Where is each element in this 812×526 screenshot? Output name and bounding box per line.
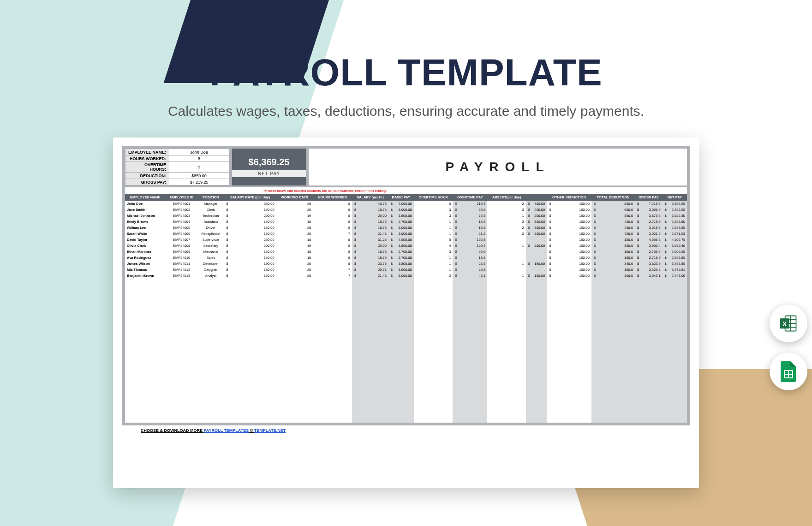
cell-absamt: 700.00 — [526, 201, 547, 207]
cell-otpay: 219.3 — [453, 201, 487, 207]
cell-hworked: 7 — [313, 267, 352, 273]
cell-salhr: 21.43 — [352, 273, 388, 279]
cell-oth: 4 — [414, 243, 453, 249]
cell-absd: 1 — [487, 261, 526, 267]
empty-row — [125, 291, 687, 297]
cell-hworked: 8 — [313, 255, 352, 261]
cell-rate: 150.00 — [224, 273, 276, 279]
cell-tded: 450.0 — [591, 225, 635, 231]
empty-row — [125, 351, 687, 357]
cell-tded: 150.0 — [591, 267, 635, 273]
cell-id: EMP24006 — [166, 231, 198, 237]
cell-wdays: 20 — [276, 225, 313, 231]
sheets-icon[interactable] — [770, 353, 807, 390]
cell-absd: 2 — [487, 225, 526, 231]
cell-gross: 3,823.9 — [635, 261, 663, 267]
cell-gross: 2,718.9 — [635, 255, 663, 261]
empty-row — [125, 315, 687, 321]
cell-salhr: 25.00 — [352, 213, 388, 219]
cell-name: James Wilson — [125, 261, 166, 267]
cell-id: EMP24008 — [166, 243, 198, 249]
empty-row — [125, 411, 687, 417]
cell-hworked: 8 — [313, 237, 352, 243]
netpay-label: NET PAY — [232, 170, 306, 177]
cell-tded: 450.0 — [591, 219, 635, 225]
cell-hworked: 8 — [313, 261, 352, 267]
table-row: Emily BrownEMP24004Assistant150.0018818.… — [125, 219, 687, 225]
cell-net: 2,568.85 — [663, 225, 687, 231]
cell-oded: 150.00 — [547, 261, 591, 267]
cell-oded: 150.00 — [547, 213, 591, 219]
table-row: Michael JohnsonEMP24003Technician200.001… — [125, 213, 687, 219]
cell-otpay: 75.3 — [453, 213, 487, 219]
cell-absamt: 300.00 — [526, 231, 547, 237]
cell-oth: 1 — [414, 261, 453, 267]
cell-rate: 150.00 — [224, 255, 276, 261]
empty-row — [125, 393, 687, 399]
cell-rate: 190.00 — [224, 261, 276, 267]
empty-row — [125, 363, 687, 369]
cell-wdays: 18 — [276, 219, 313, 225]
cell-otpay: 56.6 — [453, 207, 487, 213]
cell-rate: 200.00 — [224, 243, 276, 249]
column-header: SALARY RATE (per day) — [224, 194, 276, 201]
cell-gross: 4,656.8 — [635, 237, 663, 243]
cell-pos: Mechanic — [197, 249, 224, 255]
cell-pos: Receptionist — [197, 231, 224, 237]
cell-hworked: 8 — [313, 201, 352, 207]
excel-icon[interactable]: X — [770, 305, 807, 342]
cell-rate: 180.00 — [224, 267, 276, 273]
table-row: William LeeEMP24005Driver150.0020818.753… — [125, 225, 687, 231]
column-header: SALARY (per hr) — [352, 194, 388, 201]
cell-basic: 3,000.00 — [388, 231, 414, 237]
cell-name: Ethan Martinez — [125, 249, 166, 255]
column-header: OVERTIME PAY — [453, 194, 487, 201]
cell-name: William Lee — [125, 225, 166, 231]
cell-oded: 150.00 — [547, 255, 591, 261]
page-title: PAYROLL TEMPLATE — [0, 51, 812, 94]
table-row: Benjamin BrownEMP24013Analyst150.0020721… — [125, 273, 687, 279]
cell-net: 2,571.53 — [663, 231, 687, 237]
payroll-table: EMPLOYEE NAMEEMPLOYEE IDPOSITIONSALARY R… — [125, 194, 687, 423]
cell-name: Mia Thomas — [125, 267, 166, 273]
cell-absd: 2 — [487, 219, 526, 225]
empty-row — [125, 345, 687, 351]
footer-prefix: CHOOSE & DOWNLOAD MORE — [141, 428, 204, 433]
cell-gross: 3,875.3 — [635, 213, 663, 219]
cell-salhr: 43.75 — [352, 201, 388, 207]
cell-wdays: 20 — [276, 267, 313, 273]
cell-pos: Manager — [197, 201, 224, 207]
cell-absd — [487, 249, 526, 255]
cell-basic: 3,800.00 — [388, 243, 414, 249]
cell-oded: 150.00 — [547, 267, 591, 273]
cell-otpay: 156.8 — [453, 237, 487, 243]
cell-id: EMP24012 — [166, 267, 198, 273]
cell-basic: 3,800.00 — [388, 213, 414, 219]
footer-mid: © — [249, 428, 254, 433]
cell-id: EMP24010 — [166, 255, 198, 261]
footer-link-site[interactable]: TEMPLATE.NET — [254, 428, 286, 433]
column-header: EMPLOYEE NAME — [125, 194, 166, 201]
footer-link-templates[interactable]: PAYROLL TEMPLATES — [204, 428, 249, 433]
cell-basic: 3,000.00 — [388, 225, 414, 231]
cell-absamt: - — [526, 249, 547, 255]
cell-oth: 1 — [414, 219, 453, 225]
summary-value: 5 — [169, 162, 229, 173]
cell-wdays: 18 — [276, 237, 313, 243]
cell-gross: 3,021.5 — [635, 231, 663, 237]
cell-rate: 150.00 — [224, 249, 276, 255]
cell-id: EMP24013 — [166, 273, 198, 279]
cell-absamt: 200.00 — [526, 213, 547, 219]
cell-hworked: 7 — [313, 273, 352, 279]
summary-label: OVERTIME HOURS: — [125, 162, 169, 173]
cell-basic: 3,600.00 — [388, 267, 414, 273]
cell-name: Jane Smith — [125, 207, 166, 213]
cell-absd — [487, 237, 526, 243]
cell-rate: 350.00 — [224, 201, 276, 207]
column-header: GROSS PAY — [635, 194, 663, 201]
cell-salhr: 23.75 — [352, 261, 388, 267]
cell-name: Sarah White — [125, 231, 166, 237]
cell-oded: 150.00 — [547, 243, 591, 249]
cell-tded: 600.0 — [591, 207, 635, 213]
cell-id: EMP24003 — [166, 213, 198, 219]
